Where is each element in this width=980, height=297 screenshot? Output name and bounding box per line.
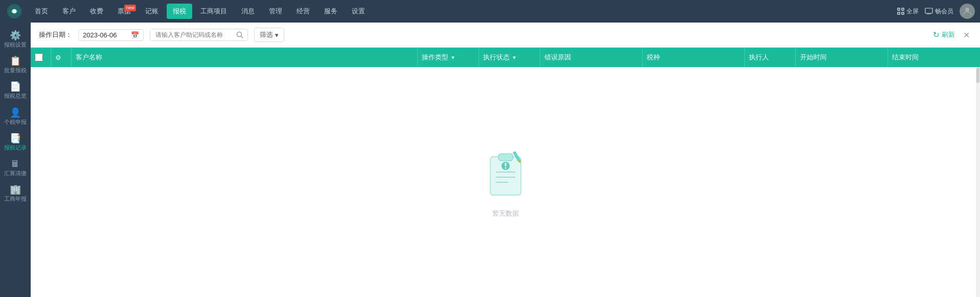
sidebar-label-batch-tax: 批量报税 xyxy=(4,67,27,74)
close-button[interactable]: ✕ xyxy=(961,29,972,41)
th-executor-label: 执行人 xyxy=(749,53,769,62)
svg-line-9 xyxy=(241,36,243,38)
nav-settings[interactable]: 设置 xyxy=(346,4,371,19)
search-wrap xyxy=(150,29,248,41)
th-operation-type[interactable]: 操作类型 ▼ xyxy=(418,48,479,67)
tax-overview-icon: 📄 xyxy=(10,82,21,91)
main-layout: ⚙️ 报税设置 📋 批量报税 📄 报税总览 👤 个税申报 📑 报税记录 🖩 汇算… xyxy=(0,23,980,297)
nav-fee[interactable]: 收费 xyxy=(84,4,109,19)
th-customer-name: 客户名称 xyxy=(72,48,418,67)
empty-illustration xyxy=(480,146,531,203)
th-end-time-label: 结束时间 xyxy=(892,53,919,62)
search-input[interactable] xyxy=(150,29,232,40)
scroll-thumb xyxy=(976,68,979,83)
svg-rect-16 xyxy=(505,163,506,166)
tax-settings-icon: ⚙️ xyxy=(10,31,21,40)
empty-text: 暂无数据 xyxy=(492,209,519,218)
filter-label: 筛选 xyxy=(260,30,273,39)
nav-bookkeeping[interactable]: 记账 xyxy=(139,4,165,19)
nav-home[interactable]: 首页 xyxy=(29,4,54,19)
th-error-reason: 错误原因 xyxy=(540,48,643,67)
svg-point-1 xyxy=(12,9,16,13)
sidebar-label-annual-report: 工商年报 xyxy=(4,196,27,202)
sidebar-item-tax-overview[interactable]: 📄 报税总览 xyxy=(0,78,31,103)
th-settings[interactable]: ⚙ xyxy=(51,48,72,67)
sidebar-item-batch-tax[interactable]: 📋 批量报税 xyxy=(0,52,31,78)
th-exec-status[interactable]: 执行状态 ▼ xyxy=(479,48,540,67)
sort-icon-operation: ▼ xyxy=(450,55,455,60)
top-nav: 首页 客户 收费 票据 new 记账 报税 工商项目 消息 管理 经营 服务 设… xyxy=(0,0,980,23)
sidebar-label-personal-tax: 个税申报 xyxy=(4,119,27,125)
refresh-icon: ↻ xyxy=(933,30,940,39)
annual-report-icon: 🏢 xyxy=(10,185,21,194)
svg-rect-4 xyxy=(898,12,900,14)
th-tax-type-label: 税种 xyxy=(647,53,660,62)
svg-rect-11 xyxy=(498,154,513,161)
svg-point-17 xyxy=(505,167,506,168)
nav-message[interactable]: 消息 xyxy=(235,4,261,19)
sidebar-label-tax-overview: 报税总览 xyxy=(4,93,27,99)
nav-service[interactable]: 服务 xyxy=(318,4,344,19)
fullscreen-button[interactable]: 全屏 xyxy=(897,7,919,16)
batch-tax-icon: 📋 xyxy=(10,56,21,66)
scroll-indicator[interactable] xyxy=(976,67,980,297)
svg-point-7 xyxy=(965,8,969,12)
th-exec-status-label: 执行状态 xyxy=(483,53,510,62)
th-start-time: 开始时间 xyxy=(796,48,888,67)
th-executor: 执行人 xyxy=(745,48,796,67)
chevron-down-icon: ▾ xyxy=(275,31,279,39)
sidebar-label-annual-settlement: 汇算清缴 xyxy=(4,170,27,177)
th-end-time: 结束时间 xyxy=(888,48,980,67)
table-header: ⚙ 客户名称 操作类型 ▼ 执行状态 ▼ 错误原因 税种 xyxy=(31,48,980,67)
th-operation-type-label: 操作类型 xyxy=(422,53,448,62)
table-body: 暂无数据 xyxy=(31,67,980,297)
date-label: 操作日期： xyxy=(39,30,72,39)
tax-record-icon: 📑 xyxy=(10,134,21,143)
nav-right: 全屏 畅会员 xyxy=(897,4,975,19)
member-button[interactable]: 畅会员 xyxy=(925,7,953,16)
nav-tax[interactable]: 报税 xyxy=(167,4,192,19)
sidebar-item-personal-tax[interactable]: 👤 个税申报 xyxy=(0,104,31,130)
calendar-icon: 📅 xyxy=(131,31,139,39)
th-error-reason-label: 错误原因 xyxy=(544,53,571,62)
refresh-button[interactable]: ↻ 刷新 xyxy=(933,30,955,39)
fullscreen-label: 全屏 xyxy=(906,7,919,16)
svg-rect-2 xyxy=(898,8,900,10)
nav-business2[interactable]: 经营 xyxy=(290,4,316,19)
personal-tax-icon: 👤 xyxy=(10,108,21,117)
th-tax-type: 税种 xyxy=(643,48,745,67)
empty-state: 暂无数据 xyxy=(480,146,531,218)
sidebar: ⚙️ 报税设置 📋 批量报税 📄 报税总览 👤 个税申报 📑 报税记录 🖩 汇算… xyxy=(0,23,31,297)
table-wrap: ⚙ 客户名称 操作类型 ▼ 执行状态 ▼ 错误原因 税种 xyxy=(31,48,980,297)
settings-icon: ⚙ xyxy=(55,54,61,61)
logo[interactable] xyxy=(5,2,24,20)
sidebar-item-annual-report[interactable]: 🏢 工商年报 xyxy=(0,181,31,206)
th-checkbox[interactable] xyxy=(31,48,51,67)
nav-business[interactable]: 工商项目 xyxy=(194,4,233,19)
sidebar-label-tax-settings: 报税设置 xyxy=(4,41,27,48)
svg-rect-6 xyxy=(925,8,932,13)
nav-manage[interactable]: 管理 xyxy=(263,4,288,19)
nav-items: 首页 客户 收费 票据 new 记账 报税 工商项目 消息 管理 经营 服务 设… xyxy=(29,4,897,19)
sidebar-item-tax-record[interactable]: 📑 报税记录 xyxy=(0,130,31,155)
close-icon: ✕ xyxy=(963,31,970,39)
sort-icon-status: ▼ xyxy=(512,55,517,60)
refresh-label: 刷新 xyxy=(942,30,955,39)
nav-ticket[interactable]: 票据 new xyxy=(111,4,137,19)
nav-customer[interactable]: 客户 xyxy=(56,4,82,19)
sidebar-item-annual-settlement[interactable]: 🖩 汇算清缴 xyxy=(0,155,31,181)
svg-rect-3 xyxy=(902,8,904,10)
filter-button[interactable]: 筛选 ▾ xyxy=(254,28,284,42)
avatar[interactable] xyxy=(960,4,975,19)
annual-settlement-icon: 🖩 xyxy=(11,159,20,168)
date-input-wrap[interactable]: 📅 xyxy=(78,29,144,41)
date-input[interactable] xyxy=(83,31,129,39)
toolbar: 操作日期： 📅 筛选 ▾ ↻ 刷新 ✕ xyxy=(31,23,980,48)
svg-rect-5 xyxy=(902,12,904,14)
th-customer-name-label: 客户名称 xyxy=(76,53,102,62)
content-area: 操作日期： 📅 筛选 ▾ ↻ 刷新 ✕ xyxy=(31,23,980,297)
search-button[interactable] xyxy=(232,29,247,40)
member-label: 畅会员 xyxy=(935,7,953,16)
select-all-checkbox[interactable] xyxy=(35,53,43,61)
sidebar-item-tax-settings[interactable]: ⚙️ 报税设置 xyxy=(0,27,31,52)
